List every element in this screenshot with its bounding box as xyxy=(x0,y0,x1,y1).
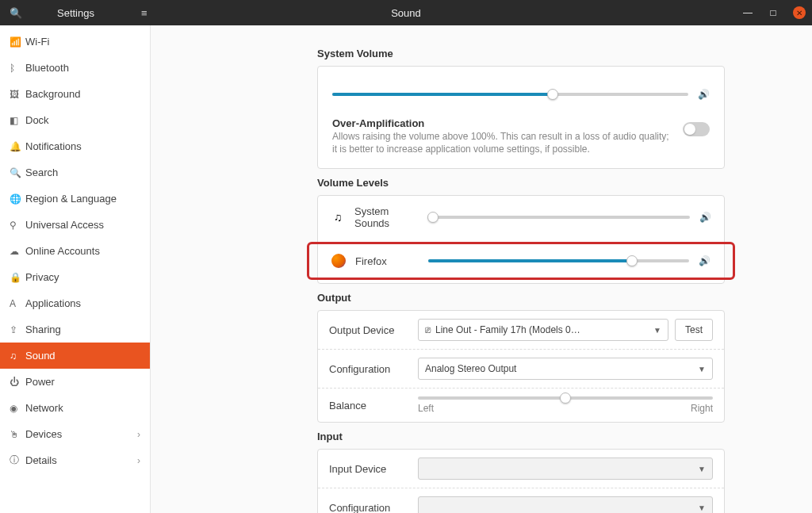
sidebar-item-label: Background xyxy=(25,88,80,100)
sidebar: 📶Wi-FiᛒBluetooth🖼Background◧Dock🔔Notific… xyxy=(0,25,151,513)
app-volume-slider[interactable] xyxy=(428,259,689,262)
sidebar-item-label: Search xyxy=(25,167,58,178)
sidebar-item-label: Sharing xyxy=(25,323,61,335)
sidebar-item-label: Applications xyxy=(25,297,81,309)
sidebar-icon: 🖼 xyxy=(10,89,25,100)
main-content: System Volume 🔊 Over-Amplification Allow… xyxy=(151,25,812,513)
page-title: Sound xyxy=(391,7,421,19)
sidebar-item-wi-fi[interactable]: 📶Wi-Fi xyxy=(0,29,150,55)
sidebar-item-privacy[interactable]: 🔒Privacy xyxy=(0,264,150,290)
sidebar-item-label: Devices xyxy=(25,428,62,440)
speaker-icon[interactable]: 🔊 xyxy=(699,255,710,266)
titlebar: 🔍 Settings ≡ Sound — □ ✕ xyxy=(0,0,812,25)
balance-label: Balance xyxy=(329,400,408,412)
balance-right-label: Right xyxy=(691,403,713,414)
sidebar-item-label: Bluetooth xyxy=(25,62,69,74)
sidebar-item-label: Online Accounts xyxy=(25,245,100,257)
line-out-icon: ⎚ xyxy=(425,324,431,335)
sidebar-icon: 🖱 xyxy=(10,429,25,440)
sidebar-item-online-accounts[interactable]: ☁Online Accounts xyxy=(0,238,150,264)
caret-down-icon: ▼ xyxy=(698,365,706,373)
speaker-icon[interactable]: 🔊 xyxy=(698,89,710,100)
sidebar-icon: ⚲ xyxy=(10,220,25,231)
sidebar-item-bluetooth[interactable]: ᛒBluetooth xyxy=(0,55,150,81)
sidebar-icon: ☁ xyxy=(10,246,25,257)
output-panel: Output Device ⎚Line Out - Family 17h (Mo… xyxy=(317,310,725,423)
sidebar-item-search[interactable]: 🔍Search xyxy=(0,159,150,186)
input-config-label: Configuration xyxy=(329,502,408,513)
volume-row-firefox: Firefox🔊 xyxy=(319,244,723,278)
sidebar-item-label: Power xyxy=(25,376,55,388)
caret-down-icon: ▼ xyxy=(698,503,706,512)
search-icon[interactable]: 🔍 xyxy=(6,7,25,19)
test-button[interactable]: Test xyxy=(675,319,713,341)
over-amplification-description: Allows raising the volume above 100%. Th… xyxy=(332,131,670,155)
sidebar-item-sound[interactable]: ♫Sound xyxy=(0,343,150,369)
chevron-right-icon: › xyxy=(137,455,140,466)
firefox-icon xyxy=(331,254,346,268)
over-amplification-toggle[interactable] xyxy=(683,122,710,136)
sidebar-icon: ◧ xyxy=(10,115,25,126)
sidebar-item-dock[interactable]: ◧Dock xyxy=(0,107,150,133)
sidebar-item-region-language[interactable]: 🌐Region & Language xyxy=(0,186,150,212)
sidebar-item-label: Sound xyxy=(25,350,56,362)
close-button[interactable]: ✕ xyxy=(793,6,806,19)
sidebar-icon: 🔒 xyxy=(10,272,25,283)
app-volume-slider[interactable] xyxy=(427,216,690,219)
sidebar-icon: 🔔 xyxy=(10,141,25,152)
sidebar-icon: A xyxy=(10,298,25,309)
sidebar-item-notifications[interactable]: 🔔Notifications xyxy=(0,133,150,159)
sidebar-icon: ⓘ xyxy=(10,454,25,467)
sidebar-icon: ⏻ xyxy=(10,377,25,388)
sidebar-item-label: Dock xyxy=(25,114,49,126)
chevron-right-icon: › xyxy=(137,429,140,440)
system-volume-slider[interactable] xyxy=(332,93,688,96)
system-volume-heading: System Volume xyxy=(317,48,725,59)
input-panel: Input Device ▼ Configuration ▼ xyxy=(317,449,725,513)
minimize-button[interactable]: — xyxy=(742,7,753,18)
app-title: Settings xyxy=(57,7,94,19)
output-config-value: Analog Stereo Output xyxy=(425,363,516,374)
output-device-select[interactable]: ⎚Line Out - Family 17h (Models 0… ▼ xyxy=(418,319,668,341)
sidebar-item-devices[interactable]: 🖱Devices› xyxy=(0,421,150,447)
input-device-select[interactable]: ▼ xyxy=(418,457,713,480)
output-config-label: Configuration xyxy=(329,363,408,375)
input-device-label: Input Device xyxy=(329,463,408,475)
over-amplification-title: Over-Amplification xyxy=(332,117,670,129)
sidebar-item-label: Privacy xyxy=(25,271,59,283)
volume-levels-panel: ♫System Sounds🔊Firefox🔊 xyxy=(317,195,725,284)
sidebar-icon: ♫ xyxy=(10,350,25,362)
sidebar-item-label: Region & Language xyxy=(25,193,117,205)
sidebar-icon: ◉ xyxy=(10,403,25,414)
sidebar-item-universal-access[interactable]: ⚲Universal Access xyxy=(0,212,150,238)
sidebar-item-label: Wi-Fi xyxy=(25,36,49,48)
balance-left-label: Left xyxy=(418,403,434,414)
sidebar-item-sharing[interactable]: ⇪Sharing xyxy=(0,316,150,343)
sidebar-item-label: Details xyxy=(25,454,57,466)
volume-row-system-sounds: ♫System Sounds🔊 xyxy=(318,196,724,239)
sidebar-icon: ᛒ xyxy=(10,63,25,74)
sidebar-icon: 🔍 xyxy=(10,167,25,178)
speaker-icon[interactable]: 🔊 xyxy=(699,212,711,223)
sidebar-item-applications[interactable]: AApplications xyxy=(0,290,150,316)
output-device-value: Line Out - Family 17h (Models 0… xyxy=(435,324,580,335)
sidebar-icon: 🌐 xyxy=(10,193,25,205)
maximize-button[interactable]: □ xyxy=(768,7,779,18)
sidebar-item-label: Universal Access xyxy=(25,219,104,231)
sidebar-item-details[interactable]: ⓘDetails› xyxy=(0,447,150,473)
system-volume-panel: 🔊 Over-Amplification Allows raising the … xyxy=(317,66,725,169)
sidebar-item-label: Network xyxy=(25,402,63,414)
sidebar-icon: ⇪ xyxy=(10,324,25,335)
sidebar-item-background[interactable]: 🖼Background xyxy=(0,81,150,107)
output-device-label: Output Device xyxy=(329,324,408,336)
sidebar-item-network[interactable]: ◉Network xyxy=(0,395,150,421)
output-config-select[interactable]: Analog Stereo Output ▼ xyxy=(418,358,713,380)
sidebar-item-power[interactable]: ⏻Power xyxy=(0,369,150,395)
balance-slider[interactable] xyxy=(418,396,713,400)
caret-down-icon: ▼ xyxy=(698,465,706,473)
output-heading: Output xyxy=(317,292,725,304)
app-name-label: System Sounds xyxy=(354,205,418,229)
input-config-select[interactable]: ▼ xyxy=(418,496,713,513)
input-heading: Input xyxy=(317,431,725,442)
hamburger-icon[interactable]: ≡ xyxy=(141,7,147,19)
